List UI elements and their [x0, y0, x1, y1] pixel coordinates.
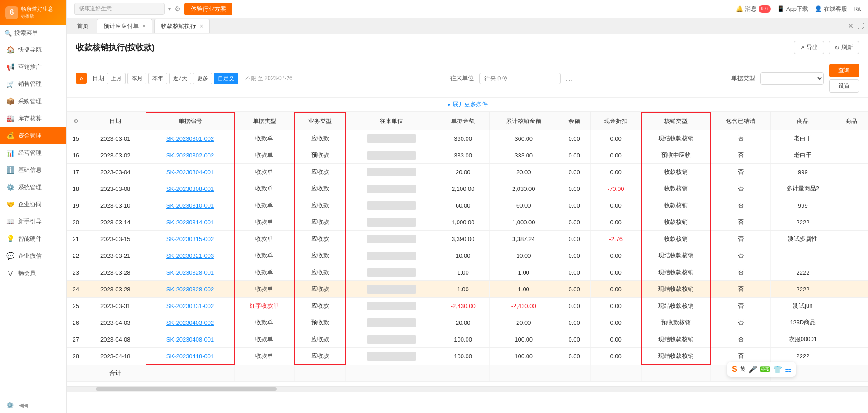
voucher-no-link[interactable]: SK-20230418-001 [166, 353, 214, 360]
sidebar-item-sales[interactable]: 🛒 销售管理 [0, 76, 66, 93]
voucher-no-link[interactable]: SK-20230403-002 [166, 319, 214, 326]
table-row-idx: 16 [67, 147, 85, 164]
table-row-cancel-type: 收款核销 [642, 164, 711, 180]
topbar-address[interactable]: 畅康道好生意 [74, 3, 165, 15]
filter-more[interactable]: 更多 [193, 73, 212, 84]
table-row-amount: 2,100.00 [437, 180, 489, 197]
notice-button[interactable]: 🔔 消息 99+ [736, 5, 771, 13]
column-settings-icon[interactable]: ⚙ [73, 118, 79, 124]
table-row-goods2 [835, 298, 868, 314]
solution-button[interactable]: 体验行业方案 [184, 3, 232, 15]
sidebar-item-system[interactable]: ⚙️ 系统管理 [0, 179, 66, 196]
sidebar: 6 畅康道好生意 标推版 🔍 搜索菜单 🏠 快捷导航 📢 营销推广 🛒 销售管理… [0, 0, 67, 413]
tab-collect[interactable]: 收款核销执行 × [154, 19, 210, 33]
table-row-voucher-type: 收款单 [234, 147, 294, 164]
voucher-no-link[interactable]: SK-20230321-003 [166, 252, 214, 259]
table-row-date: 2023-03-08 [85, 180, 146, 197]
counterpart-input[interactable] [479, 73, 561, 84]
table-row-idx: 20 [67, 214, 85, 231]
voucher-no-link[interactable]: SK-20230314-001 [166, 219, 214, 226]
col-settings[interactable]: ⚙ [67, 112, 85, 130]
sidebar-item-basic[interactable]: ℹ️ 基础信息 [0, 161, 66, 179]
voucher-no-link[interactable]: SK-20230408-001 [166, 336, 214, 343]
sidebar-item-member[interactable]: V 畅会员 [0, 265, 66, 282]
tabbar-controls: ✕ ⛶ [848, 22, 864, 30]
filter-expand-button[interactable]: » [76, 73, 87, 84]
filter-this-year[interactable]: 本年 [148, 73, 167, 84]
table-row-amount: 20.00 [437, 314, 489, 331]
table-row-goods2 [835, 247, 868, 264]
voucher-no-link[interactable]: SK-20230331-002 [166, 303, 214, 309]
voucher-no-link[interactable]: SK-20230304-001 [166, 169, 214, 176]
table-row-includes-settled: 否 [711, 231, 771, 247]
tab-home[interactable]: 首页 [71, 19, 95, 33]
table-row-voucher-no: SK-20230328-001 [146, 264, 234, 281]
refresh-button[interactable]: ↻ 刷新 [829, 41, 859, 54]
table-row-cancel-amount: 1,000.00 [489, 214, 558, 231]
sidebar-item-quick-nav[interactable]: 🏠 快捷导航 [0, 41, 66, 58]
voucher-no-link[interactable]: SK-20230328-001 [166, 269, 214, 276]
table-row-idx: 26 [67, 314, 85, 331]
filter-date-buttons: 上月 本月 本年 近7天 更多 自定义 [107, 73, 238, 84]
sidebar-item-capital[interactable]: 💰 资金管理 [0, 127, 66, 144]
collect-tab-close[interactable]: × [200, 23, 203, 29]
table-row-idx: 28 [67, 348, 85, 365]
filter-settings-button[interactable]: 设置 [829, 79, 859, 93]
table-row-biz-type: 应收款 [295, 264, 346, 281]
hardware-icon: 💡 [6, 235, 14, 243]
prepay-tab-close[interactable]: × [142, 23, 146, 29]
sidebar-item-wechat[interactable]: 💬 企业微信 [0, 247, 66, 265]
tab-expand-button[interactable]: ⛶ [857, 22, 864, 30]
table-row-date: 2023-03-01 [85, 130, 146, 147]
voucher-no-link[interactable]: SK-20230301-002 [166, 135, 214, 142]
voucher-no-link[interactable]: SK-20230328-002 [166, 286, 214, 293]
online-service-button[interactable]: 👤 在线客服 [815, 5, 847, 13]
sidebar-item-hardware[interactable]: 💡 智能硬件 [0, 230, 66, 247]
topbar-gear-icon[interactable]: ⚙ [175, 5, 181, 13]
table-row-balance: 0.00 [558, 180, 590, 197]
prepay-tab-label: 预计应应付单 [104, 22, 139, 30]
collapse-icon[interactable]: ◀◀ [19, 402, 28, 408]
sidebar-item-marketing[interactable]: 📢 营销推广 [0, 58, 66, 76]
filter-last-month[interactable]: 上月 [107, 73, 126, 84]
voucher-no-link[interactable]: SK-20230310-001 [166, 202, 214, 209]
voucher-type-select[interactable] [760, 72, 824, 85]
table-row-biz-type: 应收款 [295, 281, 346, 298]
sidebar-item-inventory[interactable]: 🏭 库存核算 [0, 110, 66, 127]
table-row-counterpart: ████████ [346, 314, 437, 331]
filter-this-month[interactable]: 本月 [127, 73, 146, 84]
tab-prepay[interactable]: 预计应应付单 × [97, 19, 152, 33]
sidebar-item-enterprise[interactable]: 🤝 企业协同 [0, 196, 66, 213]
settings-icon[interactable]: ⚙️ [6, 402, 14, 408]
scrollbar-thumb[interactable] [96, 387, 277, 391]
export-button[interactable]: ↗ 导出 [794, 41, 824, 54]
table-row-includes-settled: 否 [711, 214, 771, 231]
table-row-cash-discount: 0.00 [590, 281, 642, 298]
expand-more-conditions-button[interactable]: ▾ 展开更多条件 [448, 100, 488, 109]
table-row-idx: 22 [67, 247, 85, 264]
filter-date-range: 不限 至 2023-07-26 [245, 75, 292, 82]
table-row-goods2 [835, 147, 868, 164]
sidebar-item-purchase[interactable]: 📦 采购管理 [0, 93, 66, 110]
footer-voucher-type [234, 365, 294, 381]
voucher-no-link[interactable]: SK-20230302-002 [166, 152, 214, 159]
sidebar-item-guide[interactable]: 📖 新手引导 [0, 213, 66, 230]
table-row-amount: 333.00 [437, 147, 489, 164]
table-row-includes-settled: 否 [711, 281, 771, 298]
tab-close-all-button[interactable]: ✕ [848, 22, 854, 30]
voucher-no-link[interactable]: SK-20230308-001 [166, 185, 214, 192]
table-row-idx: 24 [67, 281, 85, 298]
user-profile[interactable]: Rit [854, 5, 861, 12]
sidebar-item-operations[interactable]: 📊 经营管理 [0, 144, 66, 161]
col-goods1: 商品 [770, 112, 835, 130]
scrollbar-area[interactable] [67, 386, 868, 392]
voucher-no-link[interactable]: SK-20230315-002 [166, 236, 214, 242]
sidebar-search[interactable]: 🔍 搜索菜单 [0, 25, 66, 41]
table-row-voucher-type: 收款单 [234, 348, 294, 365]
filter-last-7days[interactable]: 近7天 [169, 73, 191, 84]
table-row-biz-type: 预收款 [295, 314, 346, 331]
app-download-button[interactable]: 📱 App下载 [777, 5, 808, 13]
table-row-cancel-type: 收款核销 [642, 214, 711, 231]
query-button[interactable]: 查询 [829, 64, 859, 77]
filter-custom[interactable]: 自定义 [214, 73, 238, 84]
